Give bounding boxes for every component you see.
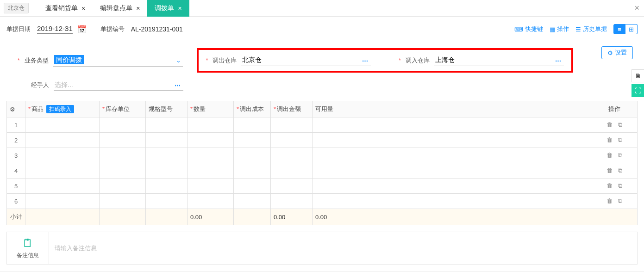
form-area: ⚙设置 * 业务类型 同价调拨 ⌄ * 调出仓库 ⋯ * 调入仓库	[0, 38, 644, 101]
scan-badge[interactable]: 扫码录入	[46, 105, 74, 113]
required-star: *	[399, 57, 401, 64]
out-warehouse-input[interactable]	[241, 55, 371, 66]
global-close-icon[interactable]: ×	[634, 3, 639, 13]
copy-icon[interactable]: ⧉	[618, 121, 622, 129]
operate-link[interactable]: ▦操作	[550, 25, 569, 33]
warehouse-pill[interactable]: 北京仓	[4, 3, 29, 13]
gear-icon: ⚙	[607, 49, 613, 56]
close-icon[interactable]: ×	[81, 5, 85, 12]
row-number: 3	[7, 148, 25, 163]
grid-icon: ▦	[550, 26, 555, 33]
history-link[interactable]: ☰历史单据	[575, 25, 607, 33]
biz-type-label: 业务类型	[22, 56, 49, 65]
keyboard-icon: ⌨	[514, 26, 523, 33]
tab-view-sales[interactable]: 查看销货单 ×	[38, 0, 93, 17]
warehouse-highlight: * 调出仓库 ⋯ * 调入仓库 ⋯	[197, 48, 573, 73]
subtotal-qty: 0.00	[188, 209, 234, 225]
calendar-icon[interactable]: 📅	[77, 25, 87, 34]
out-warehouse-field: * 调出仓库 ⋯	[206, 55, 371, 66]
date-value[interactable]: 2019-12-31	[37, 25, 73, 34]
copy-icon[interactable]: ⧉	[618, 182, 622, 190]
handler-field: 经手人 ⋯	[18, 79, 183, 91]
delete-icon[interactable]: 🗑	[606, 136, 613, 144]
required-star: *	[18, 57, 20, 64]
col-cost: *调出成本	[234, 101, 271, 117]
col-avail: 可用量	[313, 101, 591, 117]
chevron-down-icon[interactable]: ⌄	[176, 57, 181, 64]
gear-column[interactable]: ⚙	[7, 101, 25, 117]
tab-label: 查看销货单	[45, 4, 78, 12]
copy-icon[interactable]: ⧉	[618, 152, 622, 159]
table-area: ⚙ *商品扫码录入 *库存单位 规格型号 *数量 *调出成本 *调出金额 可用量…	[0, 101, 644, 225]
table-row[interactable]: 5🗑⧉	[7, 179, 638, 194]
more-icon[interactable]: ⋯	[175, 82, 181, 89]
date-label: 单据日期	[6, 25, 31, 33]
copy-icon[interactable]: ⧉	[618, 197, 622, 205]
list-icon: ☰	[575, 26, 581, 33]
delete-icon[interactable]: 🗑	[606, 152, 613, 159]
delete-icon[interactable]: 🗑	[606, 167, 613, 174]
footer-actions: 放弃 保存草稿 保存&新增⌃	[0, 271, 644, 277]
table-row[interactable]: 1🗑⧉	[7, 117, 638, 133]
delete-icon[interactable]: 🗑	[606, 121, 613, 129]
document-header: 单据日期 2019-12-31 📅 单据编号 AL-20191231-001 ⌨…	[0, 17, 644, 38]
view-grid-button[interactable]: ⊞	[625, 24, 638, 34]
copy-icon[interactable]: ⧉	[618, 136, 622, 144]
items-table: ⚙ *商品扫码录入 *库存单位 规格型号 *数量 *调出成本 *调出金额 可用量…	[6, 101, 638, 225]
note-icon: 🗒	[22, 237, 33, 250]
col-product: *商品扫码录入	[25, 101, 100, 117]
col-unit: *库存单位	[100, 101, 146, 117]
close-icon[interactable]: ×	[178, 5, 181, 12]
subtotal-label: 小计	[7, 209, 25, 225]
more-icon[interactable]: ⋯	[555, 57, 562, 64]
docno-value: AL-20191231-001	[131, 25, 183, 33]
table-row[interactable]: 4🗑⧉	[7, 163, 638, 179]
row-number: 6	[7, 194, 25, 209]
out-wh-label: 调出仓库	[210, 56, 237, 65]
top-tab-bar: 北京仓 查看销货单 × 编辑盘点单 × 调拨单 × ×	[0, 0, 644, 17]
more-icon[interactable]: ⋯	[362, 57, 369, 64]
tab-label: 调拨单	[155, 4, 174, 12]
required-star: *	[206, 57, 208, 64]
col-amount: *调出金额	[271, 101, 313, 117]
view-list-button[interactable]: ≡	[613, 24, 625, 34]
tab-label: 编辑盘点单	[100, 4, 132, 12]
biz-type-select[interactable]: 同价调拨	[53, 54, 183, 67]
table-row[interactable]: 2🗑⧉	[7, 133, 638, 148]
subtotal-avail: 0.00	[313, 209, 591, 225]
remark-input[interactable]	[49, 232, 637, 264]
in-wh-label: 调入仓库	[403, 56, 430, 65]
close-icon[interactable]: ×	[136, 5, 140, 12]
docno-label: 单据编号	[100, 25, 125, 33]
handler-label: 经手人	[18, 81, 49, 89]
copy-icon[interactable]: ⧉	[618, 167, 622, 174]
header-actions: ⌨快捷键 ▦操作 ☰历史单据 ≡ ⊞	[514, 24, 638, 34]
col-qty: *数量	[188, 101, 234, 117]
table-header-row: ⚙ *商品扫码录入 *库存单位 规格型号 *数量 *调出成本 *调出金额 可用量…	[7, 101, 638, 117]
view-toggle: ≡ ⊞	[613, 24, 638, 34]
remark-area: 🗒 备注信息	[6, 232, 638, 265]
subtotal-amount: 0.00	[271, 209, 313, 225]
delete-icon[interactable]: 🗑	[606, 197, 613, 205]
tab-transfer[interactable]: 调拨单 ×	[147, 0, 189, 17]
tab-edit-inventory[interactable]: 编辑盘点单 ×	[93, 0, 147, 17]
table-row[interactable]: 6🗑⧉	[7, 194, 638, 209]
remark-title: 备注信息	[17, 252, 39, 259]
col-action: 操作	[591, 101, 638, 117]
biz-type-field: * 业务类型 同价调拨 ⌄	[18, 54, 183, 67]
in-warehouse-input[interactable]	[434, 55, 564, 66]
row-number: 5	[7, 179, 25, 194]
table-row[interactable]: 3🗑⧉	[7, 148, 638, 163]
subtotal-row: 小计 0.00 0.00 0.00	[7, 209, 638, 225]
delete-icon[interactable]: 🗑	[606, 182, 613, 190]
shortcut-link[interactable]: ⌨快捷键	[514, 25, 543, 33]
note-side-button[interactable]: 🗎	[631, 69, 644, 82]
remark-title-block: 🗒 备注信息	[7, 232, 49, 264]
row-number: 2	[7, 133, 25, 148]
row-number: 4	[7, 163, 25, 179]
in-warehouse-field: * 调入仓库 ⋯	[399, 55, 564, 66]
row-number: 1	[7, 117, 25, 133]
handler-input[interactable]	[54, 79, 183, 91]
settings-button[interactable]: ⚙设置	[601, 46, 633, 59]
expand-side-button[interactable]: ⛶	[631, 84, 644, 97]
